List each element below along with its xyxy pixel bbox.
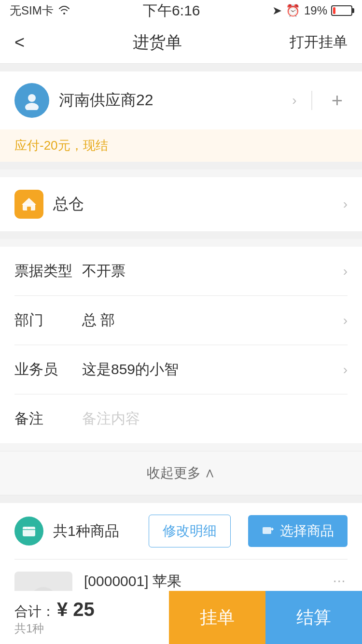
supplier-name: 河南供应商22: [59, 90, 282, 111]
total-section: 合计： ¥ 25 共1种: [0, 591, 169, 644]
alarm-icon: ⏰: [286, 4, 300, 17]
product-code: [0000001]: [84, 573, 153, 589]
remark-row[interactable]: 备注 备注内容: [0, 394, 362, 443]
status-bar: 无SIM卡 下午6:16 ➤ ⏰ 19%: [0, 0, 362, 21]
salesman-value: 这是859的小智: [82, 360, 343, 379]
salesman-row[interactable]: 业务员 这是859的小智 ›: [0, 345, 362, 394]
products-count: 共1种商品: [53, 521, 139, 541]
carrier-text: 无SIM卡: [10, 3, 54, 18]
product-title: 苹果: [153, 573, 181, 589]
products-icon: [14, 517, 43, 546]
invoice-row[interactable]: 票据类型 不开票 ›: [0, 247, 362, 295]
svg-point-6: [25, 527, 27, 529]
warehouse-chevron-icon: ›: [343, 196, 348, 212]
section-divider-1: [0, 64, 362, 71]
invoice-chevron-icon: ›: [343, 264, 348, 279]
invoice-value: 不开票: [82, 261, 343, 281]
add-supplier-button[interactable]: +: [327, 90, 348, 112]
status-left: 无SIM卡: [10, 3, 71, 18]
total-count: 共1种: [14, 621, 154, 636]
svg-point-1: [25, 103, 39, 110]
remark-input[interactable]: 备注内容: [82, 409, 348, 429]
back-button[interactable]: <: [14, 32, 25, 53]
collapse-row[interactable]: 收起更多 ∧: [0, 451, 362, 495]
total-label: 合计：: [14, 602, 55, 621]
hang-order-button[interactable]: 挂单: [169, 591, 265, 644]
wifi-icon: [57, 4, 71, 17]
supplier-divider: [311, 91, 312, 110]
svg-point-7: [28, 527, 30, 529]
warehouse-icon: [14, 190, 43, 219]
department-chevron-icon: ›: [343, 313, 348, 328]
section-divider-2: [0, 162, 362, 169]
supplier-row[interactable]: 河南供应商22 › +: [0, 71, 362, 129]
form-section: 票据类型 不开票 › 部门 总 部 › 业务员 这是859的小智 › 备注 备注…: [0, 247, 362, 443]
department-value: 总 部: [82, 310, 343, 330]
supplier-section: 河南供应商22 › + 应付-20元，现结: [0, 71, 362, 162]
section-divider-4: [0, 495, 362, 503]
department-label: 部门: [14, 310, 82, 330]
total-amount: ¥ 25: [57, 599, 95, 620]
checkout-button[interactable]: 结算: [265, 591, 362, 644]
battery-fill: [333, 7, 335, 14]
select-product-label: 选择商品: [280, 522, 334, 540]
department-row[interactable]: 部门 总 部 ›: [0, 296, 362, 345]
product-more-button[interactable]: ···: [331, 572, 348, 589]
select-product-button[interactable]: 选择商品: [248, 515, 348, 547]
status-right: ➤ ⏰ 19%: [272, 4, 352, 17]
svg-rect-4: [27, 207, 31, 210]
page-title: 进货单: [133, 31, 182, 54]
notice-bar: 应付-20元，现结: [0, 129, 362, 162]
battery-icon: [331, 5, 352, 16]
products-header: 共1种商品 修改明细 选择商品: [0, 503, 362, 559]
salesman-chevron-icon: ›: [343, 362, 348, 378]
svg-rect-8: [263, 527, 271, 534]
status-time: 下午6:16: [143, 1, 200, 21]
warehouse-section: 总仓 ›: [0, 177, 362, 231]
nav-bar: < 进货单 打开挂单: [0, 21, 362, 64]
warehouse-row[interactable]: 总仓 ›: [0, 177, 362, 231]
battery-percent: 19%: [304, 4, 327, 17]
bottom-bar: 合计： ¥ 25 共1种 挂单 结算: [0, 591, 362, 644]
open-pending-button[interactable]: 打开挂单: [290, 32, 348, 52]
warehouse-name: 总仓: [53, 194, 334, 215]
svg-marker-3: [22, 198, 36, 205]
supplier-avatar: [14, 83, 49, 118]
modify-detail-button[interactable]: 修改明细: [149, 515, 231, 547]
supplier-chevron-icon: ›: [292, 93, 296, 108]
section-divider-3: [0, 231, 362, 239]
product-name: [0000001] 苹果: [84, 572, 319, 591]
collapse-label: 收起更多 ∧: [147, 465, 216, 480]
invoice-label: 票据类型: [14, 261, 82, 281]
product-divider: [14, 559, 348, 560]
salesman-label: 业务员: [14, 360, 82, 379]
remark-label: 备注: [14, 409, 82, 429]
location-icon: ➤: [272, 4, 282, 17]
svg-point-0: [28, 94, 36, 102]
